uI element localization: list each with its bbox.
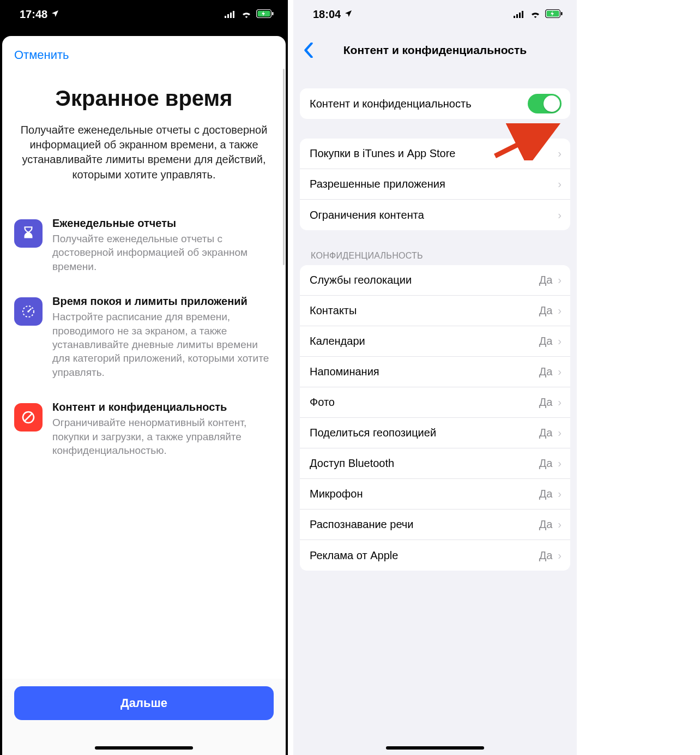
row-value: Да [539,274,553,286]
row-label: Ограничения контента [310,209,424,221]
svg-rect-17 [561,12,563,15]
hourglass-icon [14,219,43,248]
row-label: Доступ Bluetooth [310,457,394,470]
svg-rect-6 [272,12,274,15]
feature-desc: Ограничивайте ненормативный контент, пок… [52,416,274,457]
settings-body: Контент и конфиденциальность Покупки в i… [293,88,577,571]
row-label: Разрешенные приложения [310,178,445,190]
back-button[interactable] [299,40,318,60]
chevron-right-icon: › [558,335,562,347]
battery-charging-icon [545,8,563,21]
row-privacy-item[interactable]: Распознавание речиДа› [300,510,570,540]
chevron-right-icon: › [558,365,562,378]
cancel-button[interactable]: Отменить [2,36,286,62]
row-label: Фото [310,396,335,409]
row-label: Календари [310,335,365,347]
location-arrow-icon [51,8,59,21]
group-header-privacy: КОНФИДЕНЦИАЛЬНОСТЬ [311,251,570,261]
row-privacy-item[interactable]: ФотоДа› [300,387,570,418]
status-bar: 18:04 [293,0,577,28]
row-value: Да [539,396,553,409]
cellular-icon [514,8,526,21]
wifi-icon [241,8,252,21]
row-value: Да [539,335,553,347]
row-privacy-item[interactable]: КалендариДа› [300,326,570,357]
row-content-restrictions[interactable]: Ограничения контента › [300,200,570,230]
row-value: Да [539,427,553,439]
row-label: Распознавание речи [310,518,413,531]
feature-desc: Получайте еженедельные отчеты с достовер… [52,232,274,273]
toggle-switch[interactable] [528,94,562,113]
group-privacy: Службы геолокацииДа›КонтактыДа›Календари… [300,265,570,571]
group-restrictions: Покупки в iTunes и App Store › Разрешенн… [300,139,570,230]
row-allowed-apps[interactable]: Разрешенные приложения › [300,169,570,200]
row-content-privacy-toggle[interactable]: Контент и конфиденциальность [300,88,570,119]
row-privacy-item[interactable]: КонтактыДа› [300,296,570,326]
chevron-right-icon: › [558,457,562,470]
status-time: 17:48 [20,8,47,21]
location-arrow-icon [344,8,353,21]
row-value: Да [539,365,553,378]
chevron-right-icon: › [558,549,562,562]
chevron-right-icon: › [558,178,562,190]
page-title: Экранное время [14,86,274,111]
chevron-right-icon: › [558,396,562,409]
feature-content-privacy: Контент и конфиденциальность Ограничивай… [14,401,274,457]
row-privacy-item[interactable]: Службы геолокацииДа› [300,265,570,296]
row-privacy-item[interactable]: Реклама от AppleДа› [300,540,570,571]
chevron-right-icon: › [558,209,562,221]
svg-rect-11 [514,16,515,18]
row-itunes-purchases[interactable]: Покупки в iTunes и App Store › [300,139,570,169]
scrollbar[interactable] [283,69,285,265]
feature-title: Время покоя и лимиты приложений [52,295,274,308]
chevron-right-icon: › [558,304,562,317]
svg-rect-13 [519,13,521,18]
row-privacy-item[interactable]: НапоминанияДа› [300,357,570,387]
row-value: Да [539,304,553,317]
left-phone: 17:48 Отменить Экранное время Получайте … [0,0,288,755]
row-value: Да [539,457,553,470]
svg-rect-2 [230,13,232,18]
svg-rect-1 [227,14,229,18]
sheet-footer: Дальше [2,679,286,755]
svg-point-8 [27,310,29,313]
cellular-icon [225,8,237,21]
battery-charging-icon [256,8,274,21]
right-phone: 18:04 Контент и конфиденциальность Ко [293,0,577,755]
next-button[interactable]: Дальше [14,686,274,720]
nav-title: Контент и конфиденциальность [343,44,527,57]
row-value: Да [539,488,553,500]
row-label: Контакты [310,304,357,317]
wifi-icon [530,8,541,21]
chevron-right-icon: › [558,147,562,160]
chevron-right-icon: › [558,427,562,439]
nav-bar: Контент и конфиденциальность [293,35,577,65]
home-indicator[interactable] [95,746,193,750]
svg-rect-0 [225,16,226,18]
sheet-content: Экранное время Получайте еженедельные от… [2,62,286,679]
row-label: Напоминания [310,365,379,378]
row-value: Да [539,549,553,562]
chevron-right-icon: › [558,518,562,531]
row-privacy-item[interactable]: МикрофонДа› [300,479,570,510]
feature-list: Еженедельные отчеты Получайте еженедельн… [14,217,274,458]
row-label: Поделиться геопозицией [310,427,436,439]
row-privacy-item[interactable]: Поделиться геопозициейДа› [300,418,570,448]
home-indicator[interactable] [386,746,484,750]
feature-reports: Еженедельные отчеты Получайте еженедельн… [14,217,274,273]
row-privacy-item[interactable]: Доступ BluetoothДа› [300,448,570,479]
svg-rect-14 [522,11,523,18]
onboarding-sheet: Отменить Экранное время Получайте еженед… [2,36,286,755]
row-label: Микрофон [310,488,363,500]
feature-title: Контент и конфиденциальность [52,401,274,414]
chevron-right-icon: › [558,274,562,286]
group-toggle: Контент и конфиденциальность [300,88,570,119]
page-description: Получайте еженедельные отчеты с достовер… [14,123,274,182]
chevron-right-icon: › [558,488,562,500]
svg-line-10 [25,414,32,421]
gauge-icon [14,297,43,326]
no-entry-icon [14,403,43,432]
feature-desc: Настройте расписание для времени, провод… [52,310,274,379]
svg-rect-12 [516,14,518,18]
row-label: Реклама от Apple [310,549,398,562]
